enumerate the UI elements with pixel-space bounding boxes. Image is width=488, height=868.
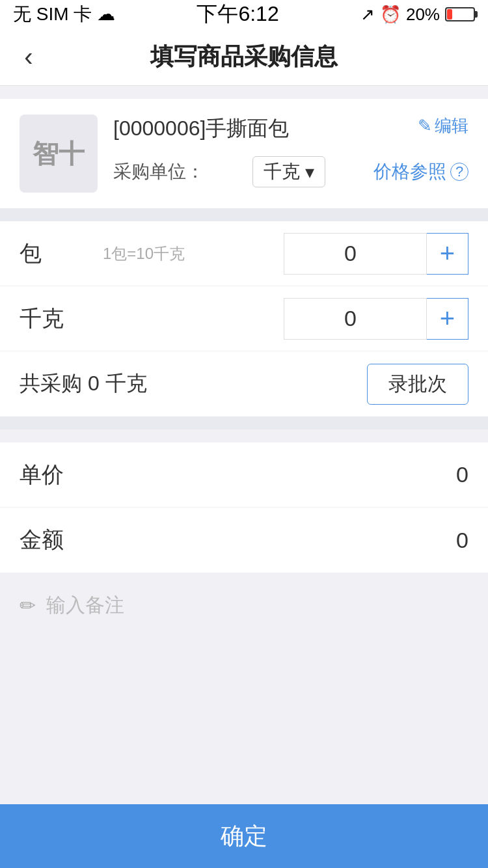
divider-2 bbox=[0, 416, 488, 429]
amount-row: 金额 0 bbox=[0, 508, 488, 573]
summary-text: 共采购 0 千克 bbox=[20, 370, 147, 398]
kg-quantity-input-group: + bbox=[284, 298, 468, 340]
summary-row: 共采购 0 千克 录批次 bbox=[0, 351, 488, 416]
dropdown-icon: ▾ bbox=[305, 161, 314, 183]
pencil-icon: ✏ bbox=[20, 594, 36, 617]
batch-button[interactable]: 录批次 bbox=[367, 364, 468, 405]
amount-label: 金额 bbox=[20, 525, 64, 555]
divider-1 bbox=[0, 208, 488, 221]
unit-select[interactable]: 千克 ▾ bbox=[252, 156, 325, 187]
battery-percent: 20% bbox=[406, 5, 440, 25]
location-icon: ↗ bbox=[360, 5, 375, 25]
edit-icon: ✎ bbox=[418, 116, 432, 136]
product-info: [0000006]手撕面包 ✎ 编辑 采购单位： 千克 ▾ 价格参照 ? bbox=[113, 115, 468, 187]
status-right: ↗ ⏰ 20% bbox=[360, 5, 475, 25]
product-logo-text: 智十 bbox=[33, 136, 85, 172]
remark-section[interactable]: ✏ 输入备注 bbox=[0, 573, 488, 638]
page-title: 填写商品采购信息 bbox=[150, 41, 338, 73]
product-card: 智十 [0000006]手撕面包 ✎ 编辑 采购单位： 千克 ▾ 价格参照 ? bbox=[0, 99, 488, 208]
bag-quantity-input[interactable] bbox=[284, 233, 427, 275]
help-icon: ? bbox=[450, 163, 468, 181]
kg-row: 千克 + bbox=[0, 286, 488, 351]
edit-button[interactable]: ✎ 编辑 bbox=[418, 115, 468, 137]
status-time: 下午6:12 bbox=[197, 0, 278, 29]
product-name: [0000006]手撕面包 bbox=[113, 115, 289, 143]
unit-value: 千克 bbox=[264, 159, 300, 184]
bag-row: 包 1包=10千克 + bbox=[0, 221, 488, 286]
unit-price-row: 单价 0 bbox=[0, 442, 488, 508]
price-section: 单价 0 金额 0 bbox=[0, 442, 488, 573]
status-left: 无 SIM 卡 ☁ bbox=[13, 2, 115, 27]
nav-bar: ‹ 填写商品采购信息 bbox=[0, 29, 488, 86]
kg-plus-button[interactable]: + bbox=[427, 298, 468, 340]
edit-label: 编辑 bbox=[435, 115, 468, 137]
unit-price-label: 单价 bbox=[20, 460, 64, 490]
product-image: 智十 bbox=[20, 115, 98, 193]
price-ref-label: 价格参照 bbox=[373, 159, 446, 184]
bag-label: 包 bbox=[20, 239, 98, 269]
battery-icon bbox=[445, 7, 475, 21]
price-ref-button[interactable]: 价格参照 ? bbox=[373, 159, 468, 184]
quantity-section: 包 1包=10千克 + 千克 + bbox=[0, 221, 488, 351]
kg-label: 千克 bbox=[20, 304, 98, 334]
amount-value: 0 bbox=[456, 528, 468, 553]
confirm-button[interactable]: 确定 bbox=[0, 804, 488, 868]
kg-quantity-input[interactable] bbox=[284, 298, 427, 340]
back-button[interactable]: ‹ bbox=[0, 29, 57, 86]
status-bar: 无 SIM 卡 ☁ 下午6:12 ↗ ⏰ 20% bbox=[0, 0, 488, 29]
unit-price-value: 0 bbox=[456, 462, 468, 487]
unit-label: 采购单位： bbox=[113, 159, 204, 184]
no-sim-label: 无 SIM 卡 ☁ bbox=[13, 2, 115, 27]
remark-placeholder: 输入备注 bbox=[46, 592, 124, 619]
alarm-icon: ⏰ bbox=[380, 5, 401, 25]
bag-sublabel: 1包=10千克 bbox=[103, 243, 185, 264]
bag-quantity-input-group: + bbox=[284, 233, 468, 275]
bag-plus-button[interactable]: + bbox=[427, 233, 468, 275]
